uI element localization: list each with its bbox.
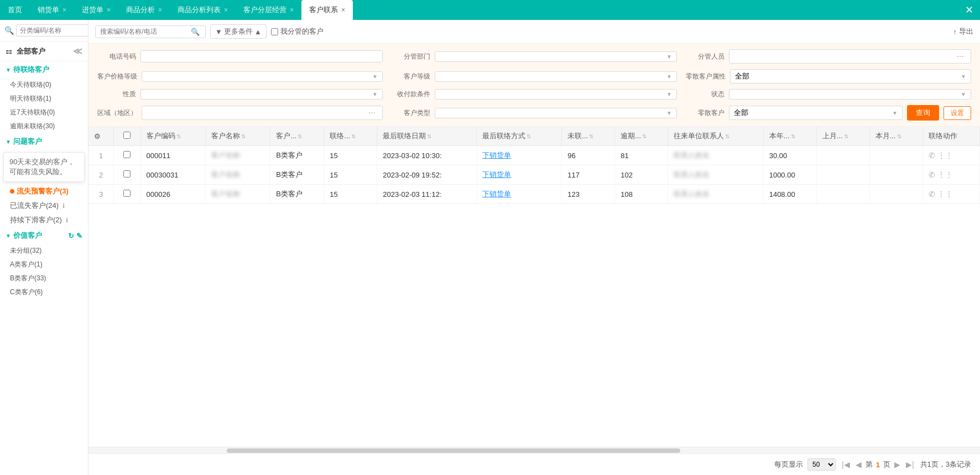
- tab-customer-contact[interactable]: 客户联系 ×: [301, 0, 353, 20]
- sort-last-method[interactable]: ⇅: [527, 133, 531, 139]
- customer-level-select[interactable]: ▼: [435, 71, 677, 82]
- collapse-icon[interactable]: ≪: [73, 46, 82, 56]
- sort-contact-person[interactable]: ⇅: [725, 133, 729, 139]
- problem-customer-tooltip: 90天未交易的客户，可能有流失风险。: [3, 152, 85, 182]
- nature-select[interactable]: ▼: [140, 89, 383, 100]
- person-select[interactable]: ···: [729, 49, 971, 64]
- scatter-customer-select[interactable]: 全部 ▼: [729, 106, 903, 120]
- row-num-0: 1: [88, 146, 114, 165]
- filter-row-customer-level: 客户等级 ▼: [392, 69, 677, 83]
- action-more-1[interactable]: ⋮⋮: [937, 170, 953, 179]
- scatter-attr-select[interactable]: 全部 ▼: [730, 69, 971, 83]
- sort-overdue[interactable]: ⇅: [642, 133, 647, 139]
- person-dots[interactable]: ···: [955, 51, 966, 61]
- horizontal-scrollbar[interactable]: [88, 447, 980, 453]
- sidebar-item-a-class[interactable]: A类客户(1): [0, 258, 88, 272]
- sidebar-item-c-class[interactable]: C类客户(6): [0, 285, 88, 299]
- scrollbar-thumb[interactable]: [227, 448, 680, 453]
- export-btn[interactable]: ↑ 导出: [953, 27, 974, 36]
- customer-type-select[interactable]: ▼: [435, 108, 677, 118]
- col-checkbox[interactable]: [114, 127, 140, 146]
- cell-last-method-0[interactable]: 下销货单: [477, 146, 562, 165]
- first-page-btn[interactable]: |◀: [840, 460, 852, 469]
- row-checkbox-1[interactable]: [114, 165, 140, 185]
- section-pending-contact[interactable]: ▼ 待联络客户: [0, 61, 88, 78]
- tab-analysis-list[interactable]: 商品分析列表 ×: [170, 0, 236, 20]
- close-all-tabs[interactable]: ✕: [958, 4, 980, 16]
- next-page-btn[interactable]: ▶: [893, 460, 902, 469]
- sidebar-search-input[interactable]: [16, 24, 88, 36]
- more-conditions-btn[interactable]: ▼ 更多条件 ▲: [210, 24, 267, 39]
- filter-row-phone: 电话号码: [97, 49, 383, 64]
- action-contact-2[interactable]: ✆: [929, 190, 935, 199]
- sort-uncontacted[interactable]: ⇅: [589, 133, 593, 139]
- row-checkbox-0[interactable]: [114, 146, 140, 165]
- tab-analysis[interactable]: 商品分析 ×: [118, 0, 170, 20]
- close-tab-analysis[interactable]: ×: [158, 6, 162, 14]
- cell-type-0: B类客户: [270, 146, 324, 165]
- status-select[interactable]: ▼: [729, 89, 971, 100]
- sort-contact-count[interactable]: ⇅: [351, 133, 356, 139]
- tab-home[interactable]: 首页: [0, 0, 30, 20]
- sort-last-date[interactable]: ⇅: [427, 133, 431, 139]
- tab-customer-tier[interactable]: 客户分层经营 ×: [236, 0, 301, 20]
- per-page-select[interactable]: 50 100 200: [807, 458, 836, 471]
- cell-actions-0: ✆ ⋮⋮: [922, 146, 979, 165]
- settings-button[interactable]: 设置: [943, 106, 971, 120]
- refresh-icon[interactable]: ↻: [68, 232, 74, 240]
- value-icons: ↻ ✎: [68, 232, 82, 240]
- row-checkbox-2[interactable]: [114, 185, 140, 204]
- cell-last-method-2[interactable]: 下销货单: [477, 185, 562, 204]
- cell-last-date-1: 2023-02-09 19:52:: [377, 165, 477, 185]
- sidebar-item-churn-warning[interactable]: 流失预警客户(3): [0, 184, 88, 199]
- sort-name[interactable]: ⇅: [241, 133, 246, 139]
- sidebar-item-overdue[interactable]: 逾期未联络(30): [0, 119, 88, 133]
- cell-last-method-1[interactable]: 下销货单: [477, 165, 562, 185]
- dept-select[interactable]: ▼: [435, 51, 677, 62]
- sidebar-all-customers[interactable]: ⚏ 全部客户 ≪: [0, 41, 88, 61]
- sort-type[interactable]: ⇅: [298, 133, 302, 139]
- action-more-0[interactable]: ⋮⋮: [937, 151, 953, 160]
- sidebar-item-churned[interactable]: 已流失客户(24) ℹ: [0, 199, 88, 213]
- sidebar-item-ungroup[interactable]: 未分组(32): [0, 244, 88, 258]
- prev-page-btn[interactable]: ◀: [854, 460, 863, 469]
- edit-icon[interactable]: ✎: [76, 232, 82, 240]
- close-tab-analysis-list[interactable]: ×: [224, 6, 228, 14]
- query-button[interactable]: 查询: [907, 105, 939, 121]
- payment-select[interactable]: ▼: [435, 89, 677, 100]
- search-input[interactable]: [100, 28, 189, 35]
- sidebar-item-today[interactable]: 今天待联络(0): [0, 78, 88, 92]
- last-page-btn[interactable]: ▶|: [904, 460, 916, 469]
- col-settings[interactable]: ⚙: [88, 127, 114, 146]
- section-value-customers[interactable]: ▼ 价值客户 ↻ ✎: [0, 227, 88, 244]
- sidebar-item-declining[interactable]: 持续下滑客户(2) ℹ: [0, 213, 88, 227]
- my-customers-filter[interactable]: 我分管的客户: [271, 27, 324, 36]
- sidebar-item-tomorrow[interactable]: 明天待联络(1): [0, 92, 88, 106]
- cell-code-1: 00030031: [140, 165, 205, 185]
- region-select[interactable]: ···: [142, 106, 383, 120]
- action-more-2[interactable]: ⋮⋮: [937, 190, 953, 199]
- action-contact-1[interactable]: ✆: [929, 170, 935, 179]
- tab-sales[interactable]: 销货单 ×: [30, 0, 74, 20]
- price-level-select[interactable]: ▼: [142, 71, 383, 82]
- region-dots[interactable]: ···: [366, 108, 378, 118]
- section-problem-customers[interactable]: ▼ 问题客户: [0, 133, 88, 150]
- close-tab-customer-tier[interactable]: ×: [290, 6, 294, 14]
- select-all-checkbox[interactable]: [123, 132, 131, 139]
- close-tab-purchase[interactable]: ×: [107, 6, 111, 14]
- phone-input[interactable]: [140, 50, 383, 62]
- all-customers-label: ⚏ 全部客户: [6, 46, 45, 56]
- search-submit-icon[interactable]: 🔍: [191, 28, 200, 36]
- sidebar-item-b-class[interactable]: B类客户(33): [0, 272, 88, 285]
- my-customers-checkbox[interactable]: [271, 28, 278, 35]
- status-caret: ▼: [961, 91, 966, 97]
- sort-last-month[interactable]: ⇅: [844, 133, 848, 139]
- tab-purchase[interactable]: 进货单 ×: [74, 0, 118, 20]
- sort-code[interactable]: ⇅: [176, 133, 181, 139]
- close-tab-customer-contact[interactable]: ×: [341, 6, 345, 14]
- sort-this-month[interactable]: ⇅: [897, 133, 901, 139]
- close-tab-sales[interactable]: ×: [62, 6, 66, 14]
- action-contact-0[interactable]: ✆: [929, 151, 935, 160]
- sort-this-year[interactable]: ⇅: [791, 133, 795, 139]
- sidebar-item-7days[interactable]: 近7天待联络(0): [0, 106, 88, 119]
